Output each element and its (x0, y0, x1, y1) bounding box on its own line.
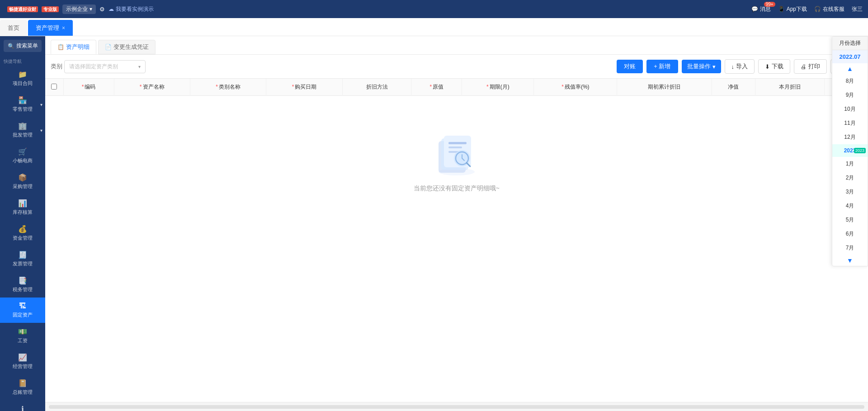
month-item-4[interactable]: 4月 (832, 199, 868, 213)
tab-close-icon[interactable]: × (62, 25, 65, 31)
demo-link[interactable]: ☁ 我要看实例演示 (108, 5, 154, 13)
month-item-10[interactable]: 10月 (832, 102, 868, 116)
invoice-icon: 🧾 (18, 250, 27, 259)
sidebar-item-wholesale[interactable]: 🏢 批发管理 ▾ (0, 117, 45, 143)
prev-year-button[interactable]: ▲ (847, 65, 853, 72)
sidebar-item-inventory[interactable]: 📊 库存核算 (0, 194, 45, 220)
select-arrow-icon: ▾ (138, 64, 141, 69)
brand-logo: 畅捷通好业财 专业版 (5, 5, 59, 13)
table-header-row: *编码 *资产名称 *类别名称 *购买日期 折旧方法 *原值 *期限(月) *残… (45, 79, 868, 96)
app-download-label: App下载 (787, 5, 807, 13)
sidebar: 🔍 搜索菜单 快捷导航 📁 项目合同 🏪 零售管理 ▾ 🏢 批发管理 ▾ 🛒 小… (0, 36, 45, 411)
month-item-12[interactable]: 12月 (832, 130, 868, 144)
month-item-6[interactable]: 6月 (832, 227, 868, 241)
col-category: *类别名称 (190, 79, 266, 96)
print-button[interactable]: 🖨 打印 (794, 59, 827, 74)
sub-tabs: 📋 资产明细 📄 变更生成凭证 (45, 36, 868, 55)
month-picker-nav: ▲ (832, 63, 868, 74)
sidebar-item-label: 固定资产 (13, 312, 33, 318)
headset-icon: 🎧 (814, 6, 821, 12)
quick-nav-label: 快捷导航 (0, 56, 45, 66)
horizontal-scrollbar-track[interactable] (49, 405, 864, 409)
batch-button[interactable]: 批量操作 ▾ (682, 60, 721, 73)
month-item-3[interactable]: 3月 (832, 185, 868, 199)
sidebar-item-retail[interactable]: 🏪 零售管理 ▾ (0, 91, 45, 117)
user-menu[interactable]: 张三 (852, 5, 863, 13)
col-net-value: 净值 (712, 79, 755, 96)
next-year-button[interactable]: ▼ (847, 257, 853, 264)
sub-tab-label: 变更生成凭证 (113, 43, 149, 51)
month-item-8[interactable]: 8月 (832, 74, 868, 88)
bottom-scrollbar[interactable] (45, 402, 868, 411)
category-placeholder: 请选择固定资产类别 (69, 63, 136, 71)
year-2023-badge: 2023 2023 (832, 144, 868, 157)
month-picker-nav-bottom: ▼ (832, 255, 868, 266)
top-bar-right: 💬 消息 99+ 📱 App下载 🎧 在线客服 张三 (751, 5, 863, 13)
sidebar-item-basic[interactable]: ℹ 基础信息 (0, 400, 45, 411)
import-icon: ↓ (731, 63, 735, 70)
top-bar: 畅捷通好业财 专业版 示例企业 ▾ ⚙ ☁ 我要看实例演示 💬 消息 99+ 📱… (0, 0, 868, 18)
col-monthly-depreciation: 本月折旧 (755, 79, 824, 96)
demo-text: 我要看实例演示 (116, 5, 154, 13)
search-menu-label: 搜索菜单 (16, 42, 38, 50)
filter-label: 类别 (51, 62, 62, 71)
ledger-icon: 📔 (18, 379, 27, 387)
col-period: *期限(月) (462, 79, 534, 96)
message-button[interactable]: 💬 消息 99+ (751, 5, 771, 13)
sub-tab-change-voucher[interactable]: 📄 变更生成凭证 (98, 40, 156, 54)
sidebar-item-finance[interactable]: 💰 资金管理 (0, 220, 45, 246)
message-icon: 💬 (751, 6, 758, 12)
operation-icon: 📈 (18, 353, 27, 362)
sidebar-item-invoice[interactable]: 🧾 发票管理 (0, 246, 45, 272)
sidebar-item-operation[interactable]: 📈 经营管理 (0, 349, 45, 374)
sidebar-item-label: 项目合同 (13, 80, 33, 87)
search-menu-button[interactable]: 🔍 搜索菜单 (4, 40, 42, 52)
tab-home[interactable]: 首页 (0, 20, 27, 36)
download-button[interactable]: ⬇ 下载 (758, 59, 790, 74)
sidebar-item-tax[interactable]: 📑 税务管理 (0, 272, 45, 298)
sidebar-item-salary[interactable]: 💵 工资 (0, 323, 45, 349)
col-code: *编码 (63, 79, 114, 96)
import-button[interactable]: ↓ 导入 (725, 59, 755, 74)
basic-icon: ℹ (21, 405, 24, 411)
import-label: 导入 (736, 62, 748, 71)
sub-tab-asset-detail[interactable]: 📋 资产明细 (51, 40, 96, 54)
retail-icon: 🏪 (18, 96, 27, 104)
batch-label: 批量操作 (687, 62, 711, 71)
customer-service-button[interactable]: 🎧 在线客服 (814, 5, 844, 13)
top-bar-left: 畅捷通好业财 专业版 示例企业 ▾ ⚙ ☁ 我要看实例演示 (5, 5, 751, 14)
month-item-7[interactable]: 7月 (832, 241, 868, 255)
sidebar-item-purchase[interactable]: 📦 采购管理 (0, 169, 45, 194)
sidebar-item-label: 采购管理 (13, 183, 33, 190)
tab-asset-management[interactable]: 资产管理 × (28, 20, 73, 36)
svg-rect-4 (448, 142, 467, 144)
sidebar-item-project[interactable]: 📁 项目合同 (0, 66, 45, 91)
sidebar-item-label: 小畅电商 (13, 157, 33, 164)
app-download-button[interactable]: 📱 App下载 (778, 5, 807, 13)
company-selector[interactable]: 示例企业 ▾ (62, 5, 96, 14)
svg-rect-5 (448, 146, 462, 148)
month-item-11[interactable]: 11月 (832, 116, 868, 130)
sidebar-item-ecommerce[interactable]: 🛒 小畅电商 (0, 143, 45, 169)
select-all-checkbox[interactable] (51, 84, 57, 90)
settings-icon[interactable]: ⚙ (99, 6, 105, 13)
asset-detail-icon: 📋 (57, 44, 64, 50)
asset-tab-label: 资产管理 (36, 24, 59, 32)
select-all-checkbox-header[interactable] (45, 79, 63, 96)
month-item-5[interactable]: 5月 (832, 213, 868, 227)
user-name: 张三 (852, 5, 863, 13)
print-label: 打印 (808, 62, 820, 71)
month-item-2[interactable]: 2月 (832, 171, 868, 185)
sidebar-item-fixed-assets[interactable]: 🏗 固定资产 (0, 298, 45, 323)
category-select[interactable]: 请选择固定资产类别 ▾ (64, 60, 146, 73)
add-button[interactable]: + 新增 (646, 60, 678, 73)
col-purchase-date: *购买日期 (266, 79, 342, 96)
month-picker-title: 月份选择 (832, 37, 868, 50)
reconcile-button[interactable]: 对账 (617, 60, 643, 73)
month-item-1[interactable]: 1月 (832, 157, 868, 171)
demo-icon: ☁ (108, 6, 114, 12)
col-residual-rate: *残值率(%) (534, 79, 617, 96)
month-item-9[interactable]: 9月 (832, 88, 868, 102)
current-period-display: 2022.07 (832, 50, 868, 63)
sidebar-item-ledger[interactable]: 📔 总账管理 (0, 374, 45, 400)
